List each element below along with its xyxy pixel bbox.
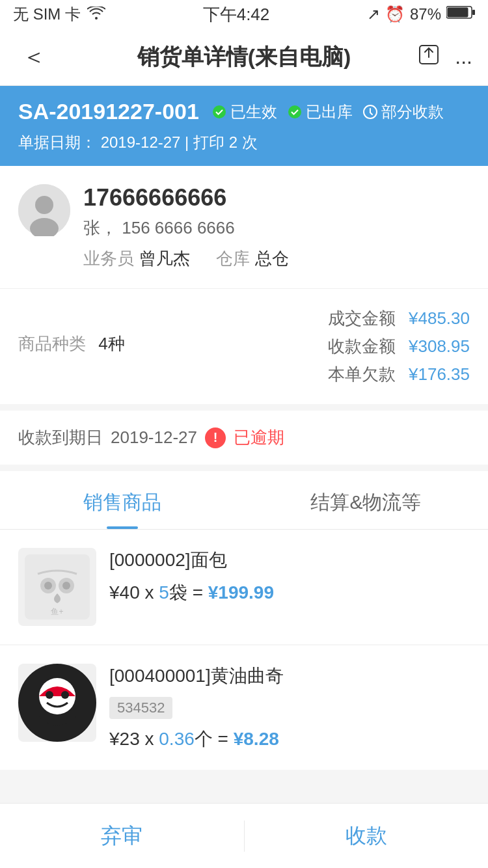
- carrier-text: 无 SIM 卡: [13, 4, 81, 25]
- product-thumbnail-2: [18, 664, 96, 742]
- battery-icon: [446, 5, 475, 23]
- received-amount: 收款金额 ¥308.95: [328, 335, 470, 358]
- due-date: 2019-12-27: [111, 427, 197, 448]
- deal-amount: 成交金额 ¥485.30: [328, 307, 470, 330]
- location-icon: ↗: [367, 5, 380, 23]
- nav-actions: ...: [418, 44, 472, 70]
- customer-info: 17666666666 张， 156 6666 6666 业务员 曾凡杰 仓库 …: [83, 184, 470, 270]
- svg-rect-1: [472, 10, 475, 15]
- stats-section: 商品种类 4种 成交金额 ¥485.30 收款金额 ¥308.95 本单欠款 ¥…: [0, 289, 488, 411]
- status-bar: 无 SIM 卡 下午4:42 ↗ ⏰ 87%: [0, 0, 488, 29]
- alarm-icon: ⏰: [385, 5, 405, 23]
- order-number: SA-20191227-001: [18, 99, 199, 124]
- status-time: 下午4:42: [203, 3, 270, 26]
- product-type-row: 商品种类 4种: [18, 332, 328, 355]
- svg-point-19: [61, 691, 69, 699]
- product-details-1: [0000002]面包 ¥40 x 5袋 = ¥199.99: [109, 548, 470, 605]
- back-button[interactable]: ＜: [16, 34, 52, 79]
- sales-info: 业务员 曾凡杰: [83, 247, 190, 270]
- list-item: [000400001]黄油曲奇 534532 ¥23 x 0.36个 = ¥8.…: [0, 645, 488, 770]
- customer-id: 17666666666: [83, 184, 470, 211]
- share-button[interactable]: [418, 44, 439, 70]
- overdue-icon: !: [205, 427, 226, 448]
- cancel-button[interactable]: 弃审: [0, 809, 244, 863]
- product-price-1: ¥40 x 5袋 = ¥199.99: [109, 580, 470, 605]
- svg-point-8: [35, 196, 53, 214]
- overdue-text: 已逾期: [234, 426, 284, 449]
- customer-section: 17666666666 张， 156 6666 6666 业务员 曾凡杰 仓库 …: [0, 166, 488, 289]
- product-details-2: [000400001]黄油曲奇 534532 ¥23 x 0.36个 = ¥8.…: [109, 664, 470, 752]
- due-label: 收款到期日: [18, 426, 103, 449]
- confirm-button[interactable]: 收款: [245, 809, 489, 863]
- product-badge-2: 534532: [109, 697, 172, 719]
- svg-point-13: [44, 582, 52, 590]
- owed-amount: 本单欠款 ¥176.35: [328, 363, 470, 386]
- tab-products[interactable]: 销售商品: [0, 471, 244, 529]
- svg-point-4: [213, 105, 226, 118]
- product-price-2: ¥23 x 0.36个 = ¥8.28: [109, 727, 470, 752]
- product-thumbnail-1: 鱼+: [18, 548, 96, 626]
- warehouse-info: 仓库 总仓: [216, 247, 289, 270]
- bottom-bar: 弃审 收款: [0, 803, 488, 868]
- more-button[interactable]: ...: [455, 45, 472, 69]
- wifi-icon: [87, 5, 105, 23]
- customer-phone: 张， 156 6666 6666: [83, 217, 470, 239]
- status-partial: 部分收款: [363, 102, 444, 122]
- stats-right: 成交金额 ¥485.30 收款金额 ¥308.95 本单欠款 ¥176.35: [328, 307, 470, 386]
- page-title: 销货单详情(来自电脑): [137, 42, 351, 72]
- order-meta: 单据日期： 2019-12-27 | 打印 2 次: [18, 132, 470, 153]
- avatar: [18, 184, 70, 236]
- tabs: 销售商品 结算&物流等: [0, 471, 488, 530]
- battery-text: 87%: [410, 5, 441, 23]
- svg-text:鱼+: 鱼+: [51, 607, 63, 616]
- tab-settlement[interactable]: 结算&物流等: [244, 471, 488, 529]
- status-badges: 已生效 已出库 部分收款: [212, 102, 444, 122]
- product-name-2: [000400001]黄油曲奇: [109, 664, 470, 688]
- nav-bar: ＜ 销货单详情(来自电脑) ...: [0, 29, 488, 86]
- customer-meta: 业务员 曾凡杰 仓库 总仓: [83, 247, 470, 270]
- list-item: 鱼+ [0000002]面包 ¥40 x 5袋 = ¥199.99: [0, 530, 488, 644]
- status-right: ↗ ⏰ 87%: [367, 5, 475, 23]
- stats-left: 商品种类 4种: [18, 307, 328, 386]
- status-shipped: 已出库: [288, 102, 353, 122]
- status-active: 已生效: [212, 102, 277, 122]
- product-name-1: [0000002]面包: [109, 548, 470, 573]
- status-left: 无 SIM 卡: [13, 4, 105, 25]
- due-section: 收款到期日 2019-12-27 ! 已逾期: [0, 411, 488, 471]
- svg-point-5: [288, 105, 301, 118]
- svg-rect-2: [447, 8, 468, 18]
- order-header: SA-20191227-001 已生效 已出库 部分收款 单据日期： 2019-…: [0, 86, 488, 166]
- svg-point-14: [62, 582, 70, 590]
- svg-point-18: [46, 691, 53, 699]
- product-list: 鱼+ [0000002]面包 ¥40 x 5袋 = ¥199.99: [0, 530, 488, 770]
